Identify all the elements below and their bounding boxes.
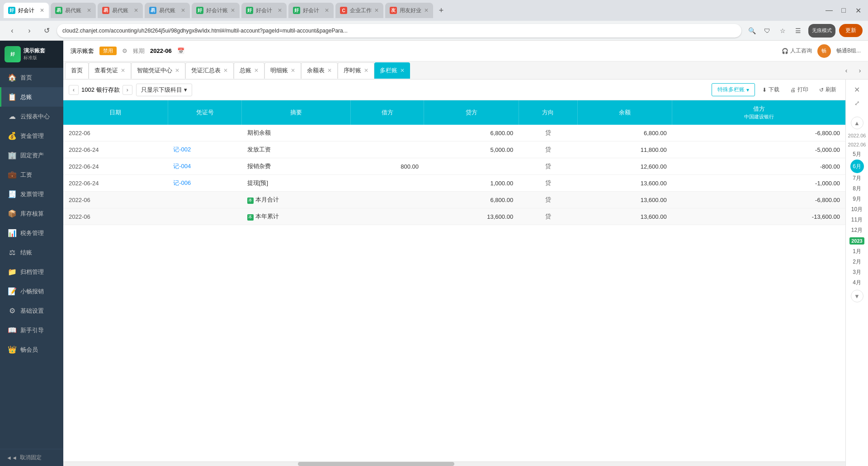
tab-close-icon[interactable]: ✕ <box>231 7 235 14</box>
forward-button[interactable]: › <box>23 24 36 38</box>
sidebar-pin-toggle[interactable]: ◄◄ 取消固定 <box>0 449 63 466</box>
tab-close-icon[interactable]: ✕ <box>364 67 368 74</box>
sidebar-item-ledger[interactable]: 📋 总账 <box>0 87 63 107</box>
back-button[interactable]: ‹ <box>5 24 19 38</box>
tab-close-icon[interactable]: ✕ <box>175 67 179 74</box>
tab-general-ledger[interactable]: 总账 ✕ <box>234 62 264 79</box>
prev-account-button[interactable]: ‹ <box>69 85 79 95</box>
voucher-link[interactable]: 记-004 <box>173 163 191 169</box>
browser-tab-8[interactable]: C 企业工作 ✕ <box>335 3 383 18</box>
tab-close-icon[interactable]: ✕ <box>325 7 329 14</box>
tab-multi-column[interactable]: 多栏账 ✕ <box>374 62 410 79</box>
timeline-month-6[interactable]: 6月 <box>850 160 864 173</box>
timeline-month-2023-3[interactable]: 3月 <box>849 267 865 278</box>
browser-tab-3[interactable]: 易 易代账 ✕ <box>145 3 190 18</box>
profile-button[interactable]: 无痕模式 <box>808 24 835 38</box>
special-column-button[interactable]: 特殊多栏账 ▾ <box>712 83 755 96</box>
browser-tab-active[interactable]: 好 好会计 ✕ <box>4 3 49 18</box>
sidebar-item-expense[interactable]: 📝 小畅报销 <box>0 282 63 301</box>
tab-close-icon[interactable]: ✕ <box>134 7 138 14</box>
tab-close-icon[interactable]: ✕ <box>424 7 429 14</box>
sidebar-item-closing[interactable]: ⚖ 结账 <box>0 243 63 262</box>
tab-scroll-right[interactable]: › <box>854 64 866 77</box>
shield-icon[interactable]: 🛡 <box>760 24 774 38</box>
tab-close-icon[interactable]: ✕ <box>223 67 228 74</box>
sidebar-item-guide[interactable]: 📖 新手引导 <box>0 320 63 340</box>
timeline-scroll-up[interactable]: ▲ <box>851 117 863 129</box>
sidebar-toggle-icon[interactable]: ☰ <box>791 24 805 38</box>
tab-close-icon[interactable]: ✕ <box>291 67 295 74</box>
timeline-month-2023-4[interactable]: 4月 <box>849 278 865 288</box>
filter-dropdown[interactable]: 只显示下级科目 ▾ <box>136 84 192 96</box>
browser-tab-2[interactable]: 易 易代账 ✕ <box>98 3 143 18</box>
next-account-button[interactable]: › <box>123 85 132 95</box>
timeline-month-8[interactable]: 8月 <box>849 184 865 194</box>
demo-badge[interactable]: 禁用 <box>99 47 117 55</box>
right-panel-close-button[interactable]: ✕ <box>851 83 863 96</box>
sidebar-item-salary[interactable]: 💼 工资 <box>0 165 63 184</box>
refresh-button[interactable]: ↺ 刷新 <box>816 83 840 96</box>
tab-close-icon[interactable]: ✕ <box>40 7 44 14</box>
browser-tab-4[interactable]: 好 好会计账 ✕ <box>192 3 240 18</box>
browser-tab-9[interactable]: 友 用友好业 ✕ <box>385 3 433 18</box>
sidebar-item-invoice[interactable]: 🧾 发票管理 <box>0 184 63 204</box>
tab-close-icon[interactable]: ✕ <box>278 7 282 14</box>
browser-tab-6[interactable]: 好 好会计 ✕ <box>241 3 287 18</box>
sidebar-item-cloud-report[interactable]: ☁ 云报表中心 <box>0 107 63 126</box>
calendar-icon[interactable]: 📅 <box>177 47 184 54</box>
tab-sequence-ledger[interactable]: 序时账 ✕ <box>338 62 374 79</box>
horizontal-scrollbar[interactable] <box>63 461 845 466</box>
timeline-month-2023-1[interactable]: 1月 <box>849 246 865 257</box>
browser-tab-1[interactable]: 易 易代账 ✕ <box>51 3 96 18</box>
star-icon[interactable]: ☆ <box>776 24 789 38</box>
tab-detail-ledger[interactable]: 明细账 ✕ <box>264 62 301 79</box>
scrollbar-thumb[interactable] <box>298 462 454 466</box>
voucher-link[interactable]: 记-002 <box>173 146 191 153</box>
tab-scroll-left[interactable]: ‹ <box>840 64 853 77</box>
new-tab-button[interactable]: + <box>435 4 448 17</box>
timeline-month-7[interactable]: 7月 <box>849 173 865 184</box>
settings-icon[interactable]: ⚙ <box>122 47 127 54</box>
tab-balance-sheet[interactable]: 余额表 ✕ <box>301 62 338 79</box>
tab-close-icon[interactable]: ✕ <box>87 7 91 14</box>
tab-close-icon[interactable]: ✕ <box>181 7 185 14</box>
tab-home[interactable]: 首页 <box>65 62 89 79</box>
sidebar-item-member[interactable]: 👑 畅会员 <box>0 340 63 359</box>
tab-voucher-summary[interactable]: 凭证汇总表 ✕ <box>185 62 234 79</box>
tab-close-icon[interactable]: ✕ <box>254 67 259 74</box>
timeline-month-11[interactable]: 11月 <box>849 215 865 225</box>
address-input[interactable] <box>57 24 741 38</box>
timeline-month-2023-2[interactable]: 2月 <box>849 257 865 267</box>
update-button[interactable]: 更新 <box>839 24 863 37</box>
timeline-month-9[interactable]: 9月 <box>849 194 865 204</box>
sidebar-item-funds[interactable]: 💰 资金管理 <box>0 126 63 146</box>
sidebar-item-archive[interactable]: 📁 归档管理 <box>0 262 63 282</box>
timeline-scroll-down[interactable]: ▼ <box>851 290 863 302</box>
timeline-month-10[interactable]: 10月 <box>849 204 865 215</box>
timeline-month-12[interactable]: 12月 <box>849 225 865 235</box>
tab-close-icon[interactable]: ✕ <box>327 67 332 74</box>
close-button[interactable]: ✕ <box>852 4 864 17</box>
voucher-link[interactable]: 记-006 <box>173 179 191 186</box>
right-panel-expand-button[interactable]: ⤢ <box>851 97 863 109</box>
sidebar-item-assets[interactable]: 🏢 固定资产 <box>0 146 63 165</box>
sidebar-item-tax[interactable]: 📊 税务管理 <box>0 223 63 243</box>
download-button[interactable]: ⬇ 下载 <box>759 83 783 96</box>
timeline-month-5[interactable]: 5月 <box>849 149 865 160</box>
tab-smart-voucher[interactable]: 智能凭证中心 ✕ <box>131 62 185 79</box>
sidebar-item-settings[interactable]: ⚙ 基础设置 <box>0 301 63 320</box>
service-button[interactable]: 🎧 人工咨询 <box>782 47 812 55</box>
minimize-button[interactable]: — <box>823 4 835 17</box>
tab-close-icon[interactable]: ✕ <box>374 7 379 14</box>
print-button[interactable]: 🖨 打印 <box>787 83 812 96</box>
reload-button[interactable]: ↺ <box>40 24 53 38</box>
sidebar-item-inventory[interactable]: 📦 库存核算 <box>0 204 63 223</box>
tab-close-icon[interactable]: ✕ <box>121 67 125 74</box>
user-avatar[interactable]: 畅 <box>817 44 831 58</box>
maximize-button[interactable]: □ <box>837 4 850 17</box>
sidebar-item-home[interactable]: 🏠 首页 <box>0 68 63 87</box>
tab-view-voucher[interactable]: 查看凭证 ✕ <box>89 62 131 79</box>
tab-close-icon[interactable]: ✕ <box>400 67 405 74</box>
search-icon[interactable]: 🔍 <box>745 24 759 38</box>
browser-tab-7[interactable]: 好 好会计 ✕ <box>288 3 334 18</box>
